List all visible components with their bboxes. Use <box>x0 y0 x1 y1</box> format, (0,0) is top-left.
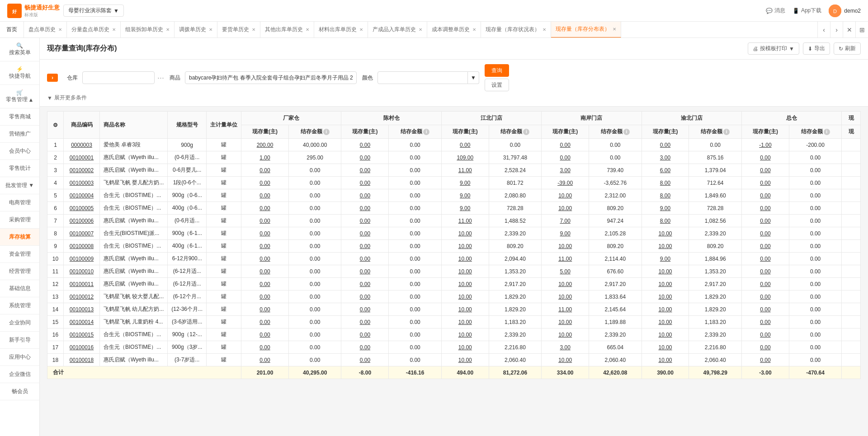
cell-code[interactable]: 00100004 <box>64 189 100 202</box>
cell-jiangbei-stock[interactable]: 10.00 <box>441 227 489 240</box>
cell-code[interactable]: 00100013 <box>64 303 100 316</box>
color-input[interactable] <box>377 71 468 84</box>
cell-code[interactable]: 00100008 <box>64 240 100 253</box>
cell-chenmao-stock[interactable]: 0.00 <box>341 189 389 202</box>
cell-total-stock[interactable]: 0.00 <box>741 177 789 189</box>
sidebar-item-system[interactable]: 系统管理 <box>0 297 39 314</box>
cell-nanan-stock[interactable]: 3.00 <box>542 164 589 177</box>
cell-code[interactable]: 00100014 <box>64 316 100 328</box>
sidebar-item-marketing[interactable]: 营销推广 <box>0 126 39 143</box>
cell-chenmao-stock[interactable]: 0.00 <box>341 316 389 328</box>
cell-nanan-stock[interactable]: 10.00 <box>542 291 589 303</box>
cell-yuanbei-stock[interactable]: 10.00 <box>642 265 689 278</box>
close-icon[interactable]: ✕ <box>542 27 546 32</box>
cell-yuanbei-stock[interactable]: 10.00 <box>642 240 689 253</box>
cell-nanan-stock[interactable]: 11.00 <box>542 303 589 316</box>
cell-yuanbei-stock[interactable]: 8.00 <box>642 189 689 202</box>
cell-jiangbei-stock[interactable]: 0.00 <box>441 139 489 151</box>
close-icon[interactable]: ✕ <box>252 27 255 32</box>
info-icon[interactable]: i <box>423 129 429 135</box>
cell-factory-stock[interactable]: 0.00 <box>241 278 289 291</box>
cell-yuanbei-stock[interactable]: 10.00 <box>642 227 689 240</box>
sidebar-item-ecommerce[interactable]: 电商管理 <box>0 194 39 211</box>
cell-jiangbei-stock[interactable]: 10.00 <box>441 265 489 278</box>
query-btn[interactable]: 查询 <box>485 64 509 77</box>
close-icon[interactable]: ✕ <box>112 27 116 32</box>
collapse-btn[interactable]: › <box>47 74 58 82</box>
sidebar-item-purchase[interactable]: 采购管理 <box>0 211 39 229</box>
cell-chenmao-stock[interactable]: 0.00 <box>341 202 389 215</box>
tab-cost-adjust[interactable]: 成本调整单历史 ✕ <box>427 22 481 38</box>
cell-jiangbei-stock[interactable]: 10.00 <box>441 278 489 291</box>
cell-nanan-stock[interactable]: 9.00 <box>542 227 589 240</box>
cell-yuanbei-stock[interactable]: 6.00 <box>642 164 689 177</box>
close-icon[interactable]: ✕ <box>166 27 170 32</box>
cell-total-stock[interactable]: 0.00 <box>741 253 789 265</box>
cell-code[interactable]: 00100018 <box>64 354 100 366</box>
cell-yuanbei-stock[interactable]: 0.00 <box>642 139 689 151</box>
sidebar-item-quicknav[interactable]: ⚡ 快捷导航 <box>0 61 39 85</box>
cell-nanan-stock[interactable]: 10.00 <box>542 354 589 366</box>
cell-jiangbei-stock[interactable]: 9.00 <box>441 202 489 215</box>
warehouse-input[interactable] <box>82 71 155 84</box>
cell-nanan-stock[interactable]: 10.00 <box>542 316 589 328</box>
cell-chenmao-stock[interactable]: 0.00 <box>341 227 389 240</box>
cell-total-stock[interactable]: 0.00 <box>741 151 789 164</box>
tab-assembly[interactable]: 组装拆卸单历史 ✕ <box>121 22 175 38</box>
message-btn[interactable]: 💬 消息 <box>766 7 785 14</box>
sidebar-item-guide[interactable]: 新手引导 <box>0 332 39 349</box>
expand-more[interactable]: ▼ 展开更多条件 <box>47 94 861 102</box>
cell-chenmao-stock[interactable]: 0.00 <box>341 354 389 366</box>
tab-material-out[interactable]: 材料出库单历史 ✕ <box>314 22 368 38</box>
cell-total-stock[interactable]: 0.00 <box>741 303 789 316</box>
color-dropdown-btn[interactable]: ▼ <box>468 71 479 84</box>
cell-jiangbei-stock[interactable]: 10.00 <box>441 240 489 253</box>
info-icon[interactable]: i <box>623 129 630 135</box>
cell-jiangbei-stock[interactable]: 11.00 <box>441 215 489 227</box>
cell-code[interactable]: 00100009 <box>64 253 100 265</box>
cell-jiangbei-stock[interactable]: 10.00 <box>441 291 489 303</box>
cell-code[interactable]: 00100010 <box>64 265 100 278</box>
cell-yuanbei-stock[interactable]: 10.00 <box>642 303 689 316</box>
tab-prev-btn[interactable]: ‹ <box>817 22 830 38</box>
cell-code[interactable]: 00100006 <box>64 215 100 227</box>
sidebar-item-wechat[interactable]: 企业微信 <box>0 366 39 383</box>
cell-total-stock[interactable]: 0.00 <box>741 240 789 253</box>
cell-total-stock[interactable]: 0.00 <box>741 265 789 278</box>
sidebar-item-retail[interactable]: 🛒 零售管理 ▲ <box>0 85 39 108</box>
tab-transfer[interactable]: 调拨单历史 ✕ <box>175 22 217 38</box>
cell-code[interactable]: 00100016 <box>64 341 100 354</box>
cell-total-stock[interactable]: 0.00 <box>741 291 789 303</box>
cell-nanan-stock[interactable]: -39.00 <box>542 177 589 189</box>
user-area[interactable]: D demo2 <box>829 5 861 17</box>
cell-nanan-stock[interactable]: 3.00 <box>542 341 589 354</box>
cell-factory-stock[interactable]: 0.00 <box>241 328 289 341</box>
app-download-btn[interactable]: 📱 App下载 <box>793 7 821 14</box>
tab-inventory-single[interactable]: 盘点单历史 ✕ <box>24 22 67 38</box>
cell-code[interactable]: 00100011 <box>64 278 100 291</box>
close-icon[interactable]: ✕ <box>419 27 422 32</box>
refresh-btn[interactable]: ↻ 刷新 <box>834 42 861 55</box>
cell-nanan-stock[interactable]: 11.00 <box>542 253 589 265</box>
cell-jiangbei-stock[interactable]: 11.00 <box>441 164 489 177</box>
info-icon[interactable]: i <box>824 129 830 135</box>
cell-total-stock[interactable]: 0.00 <box>741 328 789 341</box>
cell-yuanbei-stock[interactable]: 10.00 <box>642 316 689 328</box>
cell-yuanbei-stock[interactable]: 8.00 <box>642 215 689 227</box>
cell-total-stock[interactable]: -1.00 <box>741 139 789 151</box>
close-icon[interactable]: ✕ <box>359 27 363 32</box>
cell-chenmao-stock[interactable]: 0.00 <box>341 164 389 177</box>
cell-chenmao-stock[interactable]: 0.00 <box>341 177 389 189</box>
cell-factory-stock[interactable]: 0.00 <box>241 316 289 328</box>
tab-next-btn[interactable]: › <box>830 22 843 38</box>
sidebar-item-operations[interactable]: 经营管理 <box>0 263 39 280</box>
cell-factory-stock[interactable]: 1.00 <box>241 151 289 164</box>
sidebar-item-enterprise[interactable]: 企业协同 <box>0 314 39 332</box>
warehouse-ellipsis[interactable]: ··· <box>157 73 164 83</box>
cell-jiangbei-stock[interactable]: 10.00 <box>441 303 489 316</box>
sidebar-item-member[interactable]: 会员中心 <box>0 143 39 160</box>
cell-factory-stock[interactable]: 0.00 <box>241 303 289 316</box>
cell-chenmao-stock[interactable]: 0.00 <box>341 303 389 316</box>
cell-factory-stock[interactable]: 200.00 <box>241 139 289 151</box>
cell-factory-stock[interactable]: 0.00 <box>241 291 289 303</box>
